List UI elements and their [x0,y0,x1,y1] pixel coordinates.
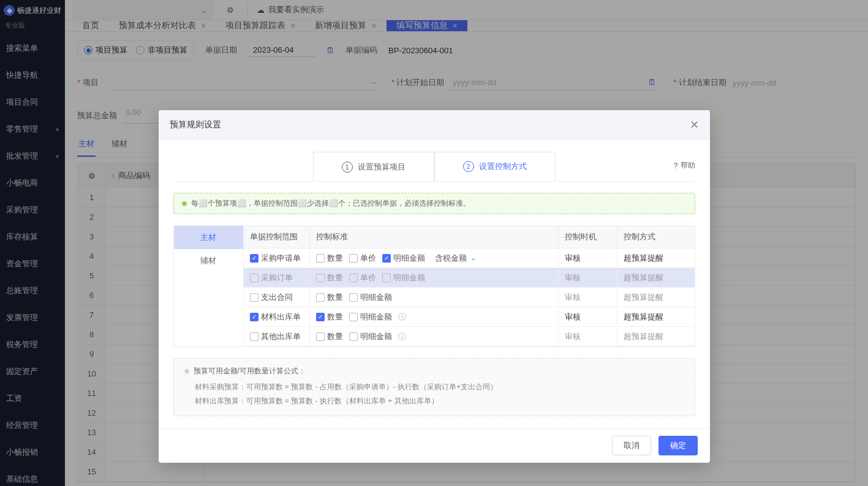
mode-cell: 超预算提醒 [617,270,695,286]
timing-cell: 审核 [559,290,617,305]
timing-cell: 审核 [559,309,617,325]
checkbox-icon [316,293,325,302]
checkbox-icon [349,313,358,321]
tip-box: ✺ 每⬜个预算项⬜，单据控制范围⬜少选择⬜个；已选控制单据，必须选择控制标准。 [173,193,695,214]
lightbulb-icon: ✺ [181,200,187,208]
checkbox-icon [349,254,358,263]
chevron-down-icon: ⌄ [470,254,476,262]
step-tab-1[interactable]: 1 设置预算项目 [313,152,434,181]
timing-cell: 审核 [559,250,617,266]
checkbox-qty[interactable]: 数量 [316,312,343,323]
checkbox-scope[interactable]: 其他出库单 [250,331,301,342]
step-number: 1 [342,162,353,173]
mode-cell: 超预算提醒 [617,309,695,325]
checkbox-scope[interactable]: 采购订单 [250,272,293,283]
control-row: 材料出库单 数量明细金额ⓘ 审核 超预算提醒 [244,307,695,327]
checkbox-scope[interactable]: 材料出库单 [250,312,301,323]
checkbox-qty[interactable]: 数量 [316,253,343,264]
formula-box: ✺ 预算可用金额/可用数量计算公式： 材料采购预算：可用预算数 = 预算数 - … [173,358,695,416]
control-row: 支出合同 数量明细金额 审核 超预算提醒 [244,288,695,307]
checkbox-price[interactable]: 单价 [349,272,376,283]
modal-overlay: 预算规则设置 ✕ 1 设置预算项目 2 设置控制方式 ? 帮助 [0,0,868,486]
checkbox-icon [250,254,259,263]
checkbox-icon [250,293,259,302]
checkbox-scope[interactable]: 支出合同 [250,292,293,303]
col-mode: 控制方式 [617,226,695,248]
lightbulb-icon: ✺ [184,367,190,376]
col-standard: 控制标准 [310,226,559,248]
checkbox-icon [382,274,391,282]
checkbox-qty[interactable]: 数量 [316,331,343,342]
modal-title: 预算规则设置 [170,119,221,130]
cancel-button[interactable]: 取消 [612,436,651,455]
step-tabs: 1 设置预算项目 2 设置控制方式 ? 帮助 [173,152,695,182]
formula-title: 预算可用金额/可用数量计算公式： [194,366,306,376]
formula-line: 材料采购预算：可用预算数 = 预算数 - 占用数（采购申请单）- 执行数（采购订… [184,380,685,394]
step-label: 设置控制方式 [479,161,527,172]
checkbox-icon [349,274,358,282]
checkbox-price[interactable]: 单价 [349,253,376,264]
close-button[interactable]: ✕ [690,118,699,132]
checkbox-detail[interactable]: 明细金额 [349,331,392,342]
checkbox-icon [316,254,325,263]
checkbox-detail[interactable]: 明细金额 [382,253,425,264]
checkbox-scope[interactable]: 采购申请单 [250,253,301,264]
checkbox-qty[interactable]: 数量 [316,292,343,303]
confirm-button[interactable]: 确定 [659,436,698,455]
checkbox-icon [382,254,391,263]
col-scope: 单据控制范围 [244,226,310,248]
checkbox-icon [250,313,259,321]
info-icon[interactable]: ⓘ [398,312,406,323]
checkbox-icon [250,274,259,282]
step-tab-2[interactable]: 2 设置控制方式 [434,152,556,181]
material-tab-main[interactable]: 主材 [174,226,243,249]
checkbox-icon [349,332,358,341]
checkbox-qty[interactable]: 数量 [316,272,343,283]
control-row: 其他出库单 数量明细金额ⓘ 审核 超预算提醒 [244,327,695,346]
mode-cell: 超预算提醒 [617,290,695,305]
col-timing: 控制时机 [559,226,617,248]
formula-line: 材料出库预算：可用预算数 = 预算数 - 执行数（材料出库单 + 其他出库单） [184,394,685,408]
material-tab-aux[interactable]: 辅材 [174,249,243,272]
checkbox-icon [316,274,325,282]
checkbox-detail[interactable]: 明细金额 [382,272,425,283]
mode-cell: 超预算提醒 [617,329,695,345]
help-icon: ? [674,162,678,170]
info-icon[interactable]: ⓘ [398,331,406,342]
help-link[interactable]: ? 帮助 [674,160,695,171]
control-row: 采购订单 数量单价明细金额 审核 超预算提醒 [244,268,695,288]
checkbox-icon [316,313,325,321]
control-row: 采购申请单 数量单价明细金额含税金额⌄ 审核 超预算提醒 [244,249,695,268]
checkbox-icon [250,332,259,341]
tax-dropdown[interactable]: 含税金额⌄ [435,253,476,264]
budget-rule-modal: 预算规则设置 ✕ 1 设置预算项目 2 设置控制方式 ? 帮助 [159,110,710,463]
timing-cell: 审核 [559,270,617,286]
tip-text: 每⬜个预算项⬜，单据控制范围⬜少选择⬜个；已选控制单据，必须选择控制标准。 [191,198,470,209]
checkbox-icon [349,293,358,302]
step-label: 设置预算项目 [358,162,406,173]
checkbox-detail[interactable]: 明细金额 [349,312,392,323]
control-table: 主材 辅材 单据控制范围 控制标准 控制时机 控制方式 采购申请单 数量单价明细… [173,225,695,347]
checkbox-detail[interactable]: 明细金额 [349,292,392,303]
checkbox-icon [316,332,325,341]
step-number: 2 [463,161,474,172]
mode-cell: 超预算提醒 [617,250,695,266]
timing-cell: 审核 [559,329,617,345]
